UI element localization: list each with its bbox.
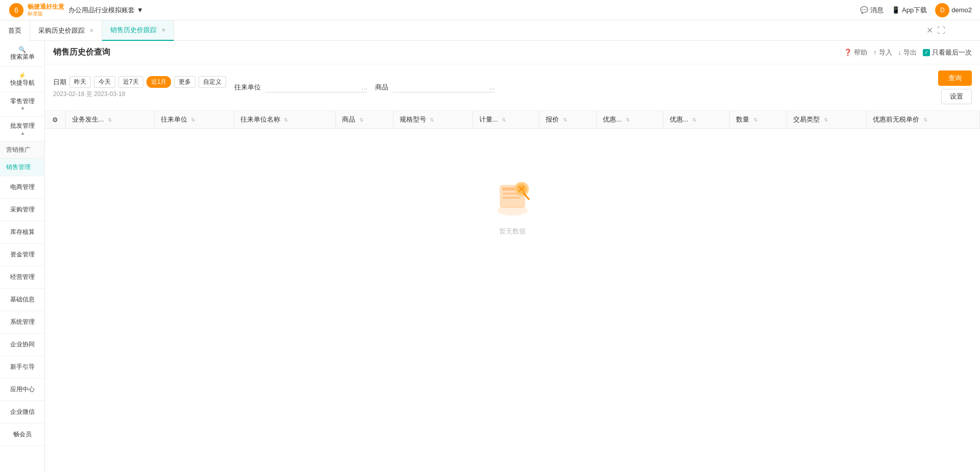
tab-purchase-close-icon[interactable]: × (90, 27, 93, 34)
sort-icon-partner-code: ⇅ (191, 117, 195, 123)
sidebar-item-basic-info[interactable]: 基础信息 (0, 289, 44, 311)
sidebar-item-wechat[interactable]: 企业微信 (0, 401, 44, 423)
app-selector-label: 办公用品行业模拟账套 (68, 6, 135, 15)
sidebar-item-retail[interactable]: 零售管理 ▼ (0, 92, 44, 117)
sidebar-item-membership[interactable]: 畅会员 (0, 423, 44, 446)
col-partner-code-label: 往来单位 (161, 115, 187, 123)
avatar: D (935, 3, 949, 17)
checkbox-checked-icon: ✓ (923, 49, 930, 56)
sidebar-item-purchase[interactable]: 采购管理 (0, 199, 44, 221)
date-more-btn[interactable]: 更多 (174, 76, 195, 88)
tab-bar: 首页 采购历史价跟踪 × 销售历史价跟踪 × ✕ ⛶ (0, 20, 980, 41)
sort-icon-discount1: ⇅ (626, 117, 630, 123)
col-discount2[interactable]: 优惠... ⇅ (663, 111, 729, 129)
product-dots-icon[interactable]: ... (489, 83, 495, 91)
logo-area: 6 畅捷通好生意 标准版 (8, 2, 64, 18)
user-avatar-btn[interactable]: D demo2 (935, 3, 972, 17)
sidebar-sales-label: 销售管理 (6, 163, 31, 171)
partner-filter-group: 往来单位 ... (234, 82, 367, 92)
col-quantity-label: 数量 (736, 115, 749, 123)
tab-sales-label: 销售历史价跟踪 (110, 26, 157, 35)
date-1month-btn[interactable]: 近1月 (146, 76, 172, 88)
date-7days-btn[interactable]: 近7天 (118, 76, 143, 88)
col-unit[interactable]: 计量... ⇅ (473, 111, 539, 129)
app-logo-icon: 6 (8, 2, 24, 18)
sidebar: 🔍 搜索菜单 ⚡ 快捷导航 零售管理 ▼ 批发管理 ▲ 营销推广 销售管理 电商… (0, 41, 45, 472)
app-download-btn[interactable]: 📱 App下载 (892, 6, 927, 15)
col-spec[interactable]: 规格型号 ⇅ (393, 111, 473, 129)
import-label: 导入 (879, 48, 892, 57)
col-biz-date[interactable]: 业务发生... ⇅ (65, 111, 154, 129)
date-yesterday-btn[interactable]: 昨天 (69, 76, 91, 88)
sidebar-item-new-user[interactable]: 新手引导 (0, 356, 44, 379)
import-btn[interactable]: ↑ 导入 (873, 48, 892, 57)
message-btn[interactable]: 💬 消息 (860, 6, 884, 15)
sort-icon-quote-price: ⇅ (563, 117, 567, 123)
close-tab-icon[interactable]: ✕ (926, 26, 933, 35)
date-today-btn[interactable]: 今天 (94, 76, 115, 88)
sidebar-item-search[interactable]: 🔍 搜索菜单 (0, 41, 44, 67)
partner-search-field[interactable]: ... (265, 82, 367, 92)
svg-rect-5 (502, 193, 518, 195)
only-last-checkbox-label[interactable]: ✓ 只看最后一次 (923, 48, 972, 57)
maximize-icon[interactable]: ⛶ (937, 26, 945, 35)
sidebar-item-system[interactable]: 系统管理 (0, 311, 44, 334)
sidebar-item-sales-mgmt[interactable]: 销售管理 (0, 159, 44, 176)
top-header: 6 畅捷通好生意 标准版 办公用品行业模拟账套 ▼ 💬 消息 📱 App下载 D… (0, 0, 980, 20)
empty-state: 暂无数据 (45, 129, 980, 277)
date-buttons: 日期 昨天 今天 近7天 近1月 更多 自定义 (53, 76, 226, 88)
svg-text:6: 6 (14, 6, 18, 14)
partner-input[interactable] (265, 82, 361, 92)
date-custom-btn[interactable]: 自定义 (199, 76, 226, 88)
help-btn[interactable]: ❓ 帮助 (844, 48, 867, 57)
help-icon: ❓ (844, 49, 852, 56)
export-btn[interactable]: ↓ 导出 (898, 48, 917, 57)
col-product[interactable]: 商品 ⇅ (336, 111, 393, 129)
sidebar-finance-label: 资金管理 (10, 250, 35, 259)
col-partner-name[interactable]: 往来单位名称 ⇅ (234, 111, 336, 129)
tab-sales-close-icon[interactable]: × (162, 27, 165, 34)
download-label: App下载 (902, 6, 927, 15)
col-partner-code[interactable]: 往来单位 ⇅ (154, 111, 234, 129)
sidebar-item-marketing[interactable]: 营销推广 (0, 141, 44, 159)
sidebar-operations-label: 经营管理 (10, 273, 35, 281)
col-quote-price[interactable]: 报价 ⇅ (540, 111, 597, 129)
settings-button[interactable]: 设置 (941, 89, 972, 104)
col-pre-tax-price[interactable]: 优惠前无税单价 ⇅ (867, 111, 980, 129)
tab-purchase-history[interactable]: 采购历史价跟踪 × (30, 20, 102, 41)
tab-home[interactable]: 首页 (0, 20, 30, 41)
svg-rect-6 (502, 197, 520, 199)
settings-icon: ⚙ (52, 116, 58, 124)
app-selector[interactable]: 办公用品行业模拟账套 ▼ (68, 6, 143, 15)
col-trade-type[interactable]: 交易类型 ⇅ (787, 111, 867, 129)
table-header-row: ⚙ 业务发生... ⇅ 往来单位 ⇅ 往来单位名称 (45, 111, 980, 129)
partner-dots-icon[interactable]: ... (362, 83, 368, 91)
sidebar-item-finance[interactable]: 资金管理 (0, 244, 44, 266)
product-filter-label: 商品 (375, 83, 388, 92)
sidebar-item-inventory[interactable]: 库存核算 (0, 221, 44, 244)
tab-purchase-label: 采购历史价跟踪 (38, 26, 85, 35)
sort-icon-product: ⇅ (359, 117, 363, 123)
sidebar-item-quick-nav[interactable]: ⚡ 快捷导航 (0, 67, 44, 93)
sidebar-item-wholesale[interactable]: 批发管理 ▲ (0, 117, 44, 141)
message-icon: 💬 (860, 6, 868, 14)
product-filter-group: 商品 ... (375, 82, 495, 92)
chevron-down-icon: ▼ (137, 6, 143, 14)
sidebar-inventory-label: 库存核算 (10, 228, 35, 237)
sidebar-item-ecommerce[interactable]: 电商管理 (0, 176, 44, 199)
sidebar-item-operations[interactable]: 经营管理 (0, 266, 44, 289)
product-search-field[interactable]: ... (393, 82, 495, 92)
tab-sales-history[interactable]: 销售历史价跟踪 × (102, 20, 174, 41)
sidebar-enterprise-label: 企业协同 (10, 340, 35, 349)
empty-text: 暂无数据 (499, 227, 526, 236)
col-settings[interactable]: ⚙ (45, 111, 65, 129)
col-discount1[interactable]: 优惠... ⇅ (597, 111, 663, 129)
partner-filter-label: 往来单位 (234, 83, 261, 92)
sidebar-item-enterprise[interactable]: 企业协同 (0, 334, 44, 356)
query-button[interactable]: 查询 (938, 70, 972, 86)
product-input[interactable] (393, 82, 489, 92)
sidebar-item-app-center[interactable]: 应用中心 (0, 379, 44, 401)
data-table: ⚙ 业务发生... ⇅ 往来单位 ⇅ 往来单位名称 (45, 111, 980, 129)
sidebar-basic-info-label: 基础信息 (10, 295, 35, 304)
col-quantity[interactable]: 数量 ⇅ (730, 111, 787, 129)
